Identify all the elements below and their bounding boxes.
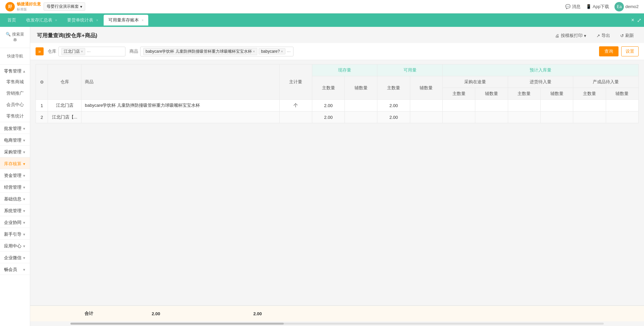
col-available-header: 可用量 <box>377 64 443 76</box>
export-button[interactable]: ↗ 导出 <box>593 31 613 40</box>
message-button[interactable]: 💬 消息 <box>565 4 581 10</box>
product-tag-0: babycare学饮杯 儿童防摔防撞吸管杯重力球吸嘴杯宝宝水杯 × <box>143 48 257 55</box>
industry-selector[interactable]: 母婴行业演示账套 ▾ <box>44 2 85 11</box>
sidebar-section-finance: 资金管理 ▼ <box>0 169 30 181</box>
sidebar-section-header-finance[interactable]: 资金管理 ▼ <box>0 169 30 181</box>
logo-icon: 好 <box>5 2 15 11</box>
row-available-main: 2.00 <box>377 111 410 123</box>
tab-receivable[interactable]: 收发存汇总表 × <box>21 15 62 26</box>
sidebar-section-header-inventory[interactable]: 库存核算 ▼ <box>0 157 30 169</box>
warehouse-filter-field[interactable]: 江北门店 × ··· <box>58 47 125 56</box>
sidebar-section-header-enterprise[interactable]: 企业协同 ▼ <box>0 216 30 228</box>
row-unit: 个 <box>279 100 312 111</box>
close-window-button[interactable]: × <box>631 17 634 24</box>
col-current-main-header: 主数量 <box>312 76 344 100</box>
sidebar-section-header-system[interactable]: 系统管理 ▼ <box>0 204 30 216</box>
col-settings-header[interactable]: ⚙ <box>36 64 48 100</box>
logo-text: 畅捷通好生意 标准版 <box>17 1 41 12</box>
table-row: 1 江北门店 babycare学饮杯 儿童防摔防撞吸管杯重力球吸嘴杯宝宝水杯 个… <box>36 100 639 111</box>
filter-product-more-icon[interactable]: ··· <box>287 49 291 54</box>
col-purchase-transit-header: 采购在途量 <box>443 76 508 88</box>
sidebar-section-header-wholesale[interactable]: 批发管理 ▼ <box>0 122 30 134</box>
maximize-button[interactable]: ⤢ <box>637 17 641 24</box>
row-incoming-aux <box>541 100 573 111</box>
query-button[interactable]: 查询 <box>599 46 619 56</box>
sidebar-section-system: 系统管理 ▼ <box>0 204 30 216</box>
sidebar-item-quick-nav[interactable]: 快捷导航 <box>0 51 30 62</box>
search-menu-button[interactable]: 🔍 搜索菜单 <box>3 30 27 44</box>
tab-available-stock[interactable]: 可用量库存账本 × <box>104 15 148 26</box>
chevron-down-icon: ▼ <box>22 174 26 178</box>
filter-more-icon[interactable]: ··· <box>87 49 91 54</box>
row-current-aux <box>345 111 377 123</box>
row-production-main <box>573 100 606 111</box>
close-icon[interactable]: × <box>55 18 57 22</box>
chevron-up-icon: ▲ <box>22 69 26 73</box>
tab-home[interactable]: 首页 <box>3 15 21 26</box>
row-production-aux <box>606 111 638 123</box>
sidebar-section-wholesale: 批发管理 ▼ <box>0 122 30 134</box>
horizontal-scrollbar[interactable] <box>70 323 604 325</box>
footer-available-main: 2.00 <box>232 309 283 319</box>
sidebar-section-enterprise-wechat: 企业微信 ▼ <box>0 251 30 263</box>
refresh-button[interactable]: ↺ 刷新 <box>617 31 637 40</box>
row-available-aux <box>410 100 442 111</box>
sidebar-section-app-center: 应用中心 ▼ <box>0 240 30 251</box>
close-icon[interactable]: × <box>142 18 144 22</box>
sidebar-section-header-enterprise-wechat[interactable]: 企业微信 ▼ <box>0 251 30 263</box>
row-product <box>82 111 280 123</box>
product-label: 商品 <box>129 48 138 54</box>
sidebar-item-retail-mall[interactable]: 零售商城 <box>0 76 30 88</box>
col-available-aux-header: 辅数量 <box>410 76 442 100</box>
sidebar-section-vip: 畅会员 ▼ <box>0 263 30 275</box>
remove-product-tag-1-button[interactable]: × <box>281 49 283 53</box>
remove-warehouse-tag-button[interactable]: × <box>81 49 83 53</box>
sidebar-section-header-newbie[interactable]: 新手引导 ▼ <box>0 228 30 239</box>
col-production-main-header: 主数量 <box>573 88 606 100</box>
col-available-main-header: 主数量 <box>377 76 410 100</box>
sidebar-section-inventory: 库存核算 ▼ <box>0 157 30 169</box>
sidebar-section-header-operations[interactable]: 经营管理 ▼ <box>0 181 30 192</box>
print-template-button[interactable]: 🖨 按模板打印 ▾ <box>552 31 590 40</box>
row-product: babycare学饮杯 儿童防摔防撞吸管杯重力球吸嘴杯宝宝水杯 <box>82 100 280 111</box>
close-icon[interactable]: × <box>96 18 98 22</box>
row-warehouse: 江北门店 <box>48 100 82 111</box>
sidebar-item-member[interactable]: 会员中心 <box>0 99 30 110</box>
sidebar-search: 🔍 搜索菜单 <box>0 27 30 48</box>
sidebar-item-marketing[interactable]: 营销推广 <box>0 88 30 99</box>
filter-toggle-button[interactable]: » <box>36 47 44 55</box>
col-purchase-main-header: 主数量 <box>443 88 475 100</box>
chevron-down-icon: ▼ <box>22 162 26 166</box>
print-icon: 🖨 <box>555 33 559 38</box>
remove-product-tag-0-button[interactable]: × <box>253 49 255 53</box>
chevron-down-icon: ▼ <box>22 256 26 260</box>
logo: 好 畅捷通好生意 标准版 <box>5 1 41 12</box>
download-icon: 📱 <box>586 4 591 9</box>
row-purchase-aux <box>475 111 508 123</box>
scrollbar-thumb[interactable] <box>70 323 284 325</box>
sidebar-section-header-basic[interactable]: 基础信息 ▼ <box>0 193 30 204</box>
app-download-button[interactable]: 📱 App下载 <box>586 4 609 10</box>
user-profile[interactable]: Ea demo2 <box>614 2 639 11</box>
product-filter-field[interactable]: babycare学饮杯 儿童防摔防撞吸管杯重力球吸嘴杯宝宝水杯 × babyca… <box>140 47 293 56</box>
nav-tabs: 首页 收发存汇总表 × 要货单统计表 × 可用量库存账本 × × ⤢ <box>0 13 644 27</box>
row-available-aux <box>410 111 442 123</box>
nav-tabs-right: × ⤢ <box>631 17 641 24</box>
col-main-unit-header: 主计量 <box>279 64 312 100</box>
chevron-down-icon: ▾ <box>584 33 586 38</box>
settings-button[interactable]: 设置 <box>621 46 639 56</box>
tab-order-stats[interactable]: 要货单统计表 × <box>62 15 103 26</box>
sidebar-section-header-app-center[interactable]: 应用中心 ▼ <box>0 240 30 251</box>
table-container: ⚙ 仓库 商品 主计量 现存量 <box>30 60 644 305</box>
col-forecast-header: 预计入库量 <box>443 64 639 76</box>
row-incoming-main <box>508 111 540 123</box>
chevron-down-icon: ▼ <box>22 139 26 142</box>
chevron-down-icon: ▼ <box>22 268 26 272</box>
sidebar-item-retail-stats[interactable]: 零售统计 <box>0 110 30 122</box>
sidebar-section-basic: 基础信息 ▼ <box>0 193 30 204</box>
sidebar-section-header-retail[interactable]: 零售管理 ▲ <box>0 65 30 76</box>
sidebar-section-header-ecommerce[interactable]: 电商管理 ▼ <box>0 134 30 145</box>
sidebar-section-header-purchase[interactable]: 采购管理 ▼ <box>0 146 30 157</box>
sidebar-section-header-vip[interactable]: 畅会员 ▼ <box>0 263 30 275</box>
row-production-main <box>573 111 606 123</box>
